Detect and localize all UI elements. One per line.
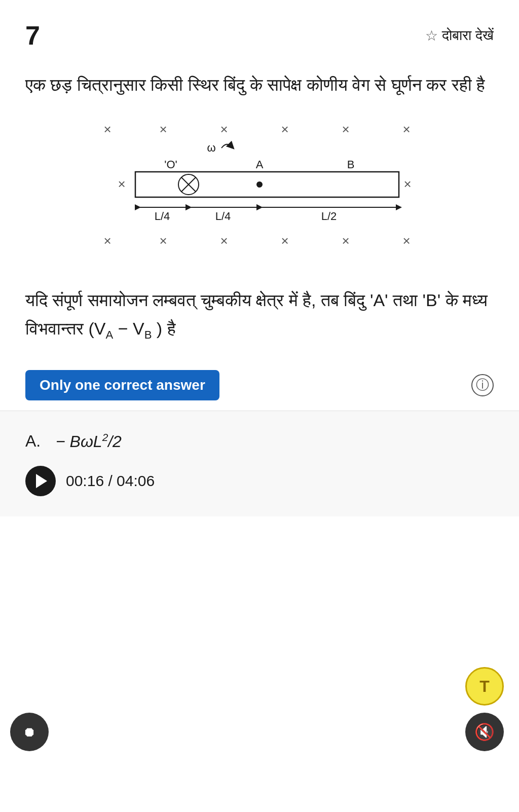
svg-text:A: A: [256, 158, 264, 171]
svg-text:×: ×: [402, 122, 410, 137]
record-icon[interactable]: ⏺: [10, 713, 49, 751]
question-header: 7 ☆ दोबारा देखें: [0, 0, 519, 61]
svg-text:×: ×: [159, 233, 167, 248]
svg-text:×: ×: [281, 122, 288, 137]
floating-record-button[interactable]: ⏺: [10, 713, 49, 751]
floating-text-button[interactable]: T: [465, 667, 504, 706]
svg-text:×: ×: [402, 233, 410, 248]
svg-text:L/4: L/4: [155, 210, 170, 223]
floating-t-icon[interactable]: T: [465, 667, 504, 706]
svg-text:×: ×: [220, 122, 228, 137]
svg-text:'O': 'O': [164, 158, 177, 171]
question-text: एक छड़ चित्रानुसार किसी स्थिर बिंदु के स…: [0, 61, 519, 114]
svg-text:×: ×: [220, 233, 228, 248]
svg-text:×: ×: [342, 122, 349, 137]
answer-option-a[interactable]: A. − BωL2/2: [25, 426, 494, 456]
option-formula-a: − BωL2/2: [56, 431, 122, 451]
svg-rect-7: [135, 172, 399, 197]
svg-text:B: B: [347, 158, 355, 171]
answer-area: A. − BωL2/2 00:16 / 04:06: [0, 411, 519, 517]
play-button[interactable]: [25, 466, 56, 496]
diagram-svg: × × × × × × ω: [25, 119, 494, 261]
svg-text:×: ×: [342, 233, 349, 248]
option-label-a: A.: [25, 432, 46, 451]
svg-text:×: ×: [403, 176, 411, 192]
page-container: 7 ☆ दोबारा देखें एक छड़ चित्रानुसार किसी…: [0, 0, 519, 812]
info-icon[interactable]: ⓘ: [471, 374, 494, 396]
sub-question-text: यदि संपूर्ण समायोजन लम्बवत् चुम्बकीय क्ष…: [0, 271, 519, 354]
mute-icon[interactable]: 🔇: [465, 713, 504, 751]
svg-text:×: ×: [103, 122, 111, 137]
svg-text:ω: ω: [207, 141, 215, 154]
media-bar: 00:16 / 04:06: [25, 456, 494, 501]
svg-point-13: [256, 181, 263, 188]
diagram-container: × × × × × × ω: [0, 114, 519, 271]
star-icon: ☆: [425, 27, 438, 44]
svg-text:×: ×: [159, 122, 167, 137]
only-one-correct-badge: Only one correct answer: [25, 370, 219, 400]
svg-text:L/2: L/2: [321, 210, 337, 223]
svg-text:×: ×: [118, 176, 125, 192]
review-label: दोबारा देखें: [442, 27, 494, 44]
question-number: 7: [25, 20, 40, 51]
svg-text:×: ×: [281, 233, 288, 248]
badge-row: Only one correct answer ⓘ: [0, 355, 519, 411]
svg-text:×: ×: [103, 233, 111, 248]
svg-text:L/4: L/4: [215, 210, 231, 223]
floating-mute-button[interactable]: 🔇: [465, 713, 504, 751]
time-display: 00:16 / 04:06: [66, 472, 155, 490]
review-button[interactable]: ☆ दोबारा देखें: [425, 27, 494, 44]
play-triangle-icon: [36, 474, 47, 488]
